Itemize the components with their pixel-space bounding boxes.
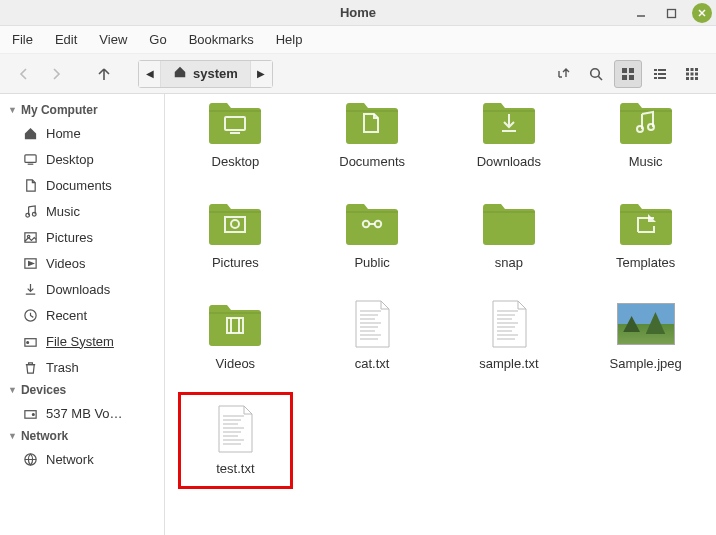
svg-rect-20 — [691, 72, 694, 75]
list-view-button[interactable] — [646, 60, 674, 88]
menu-go[interactable]: Go — [149, 32, 166, 47]
network-icon — [22, 451, 38, 467]
close-button[interactable] — [692, 3, 712, 23]
svg-rect-8 — [622, 75, 627, 80]
file-label: Desktop — [212, 154, 260, 169]
svg-rect-24 — [695, 77, 698, 80]
sidebar-item-disk[interactable]: 537 MB Vo… — [0, 400, 164, 426]
videos-icon — [22, 255, 38, 271]
pictures-icon — [22, 229, 38, 245]
trash-icon — [22, 359, 38, 375]
svg-rect-6 — [622, 68, 627, 73]
sidebar-item-home[interactable]: Home — [0, 120, 164, 146]
path-next-button[interactable]: ▶ — [250, 61, 272, 87]
file-label: Public — [354, 255, 389, 270]
sidebar-item-filesystem[interactable]: File System — [0, 328, 164, 354]
file-label: test.txt — [216, 461, 254, 476]
folder-item[interactable]: Music — [593, 94, 698, 173]
window-controls — [632, 3, 712, 23]
folder-item[interactable]: Public — [320, 195, 425, 274]
menu-bookmarks[interactable]: Bookmarks — [189, 32, 254, 47]
folder-item[interactable]: Desktop — [183, 94, 288, 173]
sidebar-section[interactable]: ▼Network — [0, 426, 164, 446]
menu-help[interactable]: Help — [276, 32, 303, 47]
file-grid: DesktopDocumentsDownloadsMusicPicturesPu… — [183, 94, 698, 484]
sidebar-item-downloads[interactable]: Downloads — [0, 276, 164, 302]
folder-icon — [480, 98, 538, 146]
svg-rect-22 — [686, 77, 689, 80]
menu-view[interactable]: View — [99, 32, 127, 47]
sidebar-item-recent[interactable]: Recent — [0, 302, 164, 328]
svg-line-5 — [598, 76, 602, 80]
svg-rect-7 — [629, 68, 634, 73]
sidebar-section[interactable]: ▼My Computer — [0, 100, 164, 120]
chevron-down-icon: ▼ — [8, 105, 17, 115]
folder-icon — [206, 300, 264, 348]
folder-item[interactable]: Templates — [593, 195, 698, 274]
filesystem-icon — [22, 333, 38, 349]
svg-rect-18 — [695, 68, 698, 71]
sidebar-section-label: My Computer — [21, 103, 98, 117]
home-icon — [22, 125, 38, 141]
folder-item[interactable]: Documents — [320, 94, 425, 173]
svg-rect-19 — [686, 72, 689, 75]
svg-rect-9 — [629, 75, 634, 80]
pathbar: ◀ system ▶ — [138, 60, 273, 88]
up-button[interactable] — [90, 60, 118, 88]
sidebar-item-network[interactable]: Network — [0, 446, 164, 472]
file-item[interactable]: cat.txt — [320, 296, 425, 375]
sidebar-item-documents[interactable]: Documents — [0, 172, 164, 198]
sidebar-item-label: Recent — [46, 308, 87, 323]
toggle-location-button[interactable] — [550, 60, 578, 88]
sidebar-item-desktop[interactable]: Desktop — [0, 146, 164, 172]
compact-view-button[interactable] — [678, 60, 706, 88]
disk-icon — [22, 405, 38, 421]
folder-item[interactable]: Downloads — [457, 94, 562, 173]
folder-item[interactable]: Pictures — [183, 195, 288, 274]
image-thumbnail — [617, 300, 675, 348]
content-area[interactable]: DesktopDocumentsDownloadsMusicPicturesPu… — [165, 94, 716, 535]
sidebar-item-videos[interactable]: Videos — [0, 250, 164, 276]
file-label: Sample.jpeg — [609, 356, 681, 371]
svg-rect-1 — [667, 9, 675, 17]
svg-point-35 — [26, 341, 28, 343]
search-button[interactable] — [582, 60, 610, 88]
sidebar-item-music[interactable]: Music — [0, 198, 164, 224]
minimize-button[interactable] — [632, 4, 650, 22]
menu-edit[interactable]: Edit — [55, 32, 77, 47]
folder-item[interactable]: snap — [457, 195, 562, 274]
maximize-button[interactable] — [662, 4, 680, 22]
svg-rect-23 — [691, 77, 694, 80]
icon-view-button[interactable] — [614, 60, 642, 88]
file-label: Templates — [616, 255, 675, 270]
sidebar-item-label: Documents — [46, 178, 112, 193]
sidebar-item-label: Music — [46, 204, 80, 219]
sidebar-item-label: Desktop — [46, 152, 94, 167]
sidebar-item-pictures[interactable]: Pictures — [0, 224, 164, 250]
downloads-icon — [22, 281, 38, 297]
sidebar-item-label: File System — [46, 334, 114, 349]
forward-button[interactable] — [42, 60, 70, 88]
text-file-icon — [343, 300, 401, 348]
menu-file[interactable]: File — [12, 32, 33, 47]
path-prev-button[interactable]: ◀ — [139, 61, 161, 87]
path-segment[interactable]: system — [161, 61, 250, 87]
sidebar-section-label: Devices — [21, 383, 66, 397]
titlebar: Home — [0, 0, 716, 26]
folder-icon — [206, 199, 264, 247]
sidebar-item-label: Network — [46, 452, 94, 467]
sidebar-item-label: Trash — [46, 360, 79, 375]
path-segment-label: system — [193, 66, 238, 81]
sidebar-section[interactable]: ▼Devices — [0, 380, 164, 400]
folder-item[interactable]: Videos — [183, 296, 288, 375]
svg-point-28 — [32, 212, 36, 216]
sidebar-item-trash[interactable]: Trash — [0, 354, 164, 380]
toolbar: ◀ system ▶ — [0, 54, 716, 94]
file-item[interactable]: test.txt — [183, 397, 288, 484]
file-item[interactable]: Sample.jpeg — [593, 296, 698, 375]
back-button[interactable] — [10, 60, 38, 88]
menubar: File Edit View Go Bookmarks Help — [0, 26, 716, 54]
file-item[interactable]: sample.txt — [457, 296, 562, 375]
svg-rect-21 — [695, 72, 698, 75]
sidebar-item-label: 537 MB Vo… — [46, 406, 123, 421]
